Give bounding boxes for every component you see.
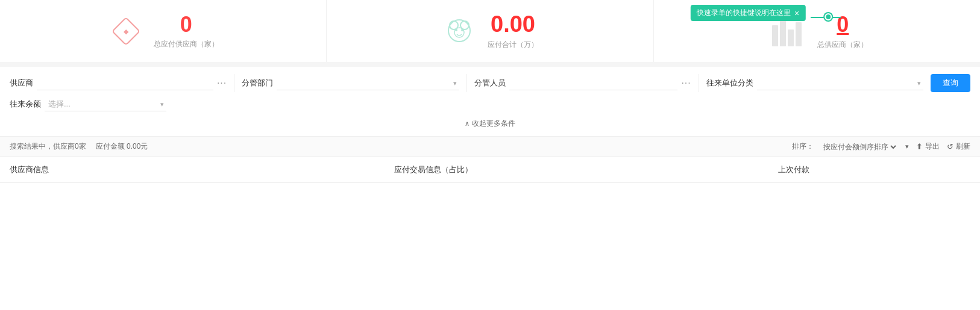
- svg-text:◆: ◆: [124, 28, 129, 35]
- collapse-chevron-icon: ∧: [465, 120, 470, 128]
- filter-section: 供应商 ··· 分管部门 ▾ 分管人员 ··· 往来单位分类: [0, 67, 980, 137]
- stat-panel-total-suppliers: 快速录单的快捷键说明在这里 × 0 总供应商（家）: [654, 0, 980, 62]
- balance-label: 往来余额: [10, 99, 41, 110]
- person-input[interactable]: [509, 76, 678, 90]
- total-suppliers-count: 0: [837, 12, 849, 37]
- balance-select-wrapper: 选择... ▾: [45, 97, 166, 111]
- supplier-dots-btn[interactable]: ···: [217, 78, 227, 88]
- sort-chevron-icon: ▾: [905, 143, 909, 150]
- payable-total-value: 0.00: [491, 12, 535, 37]
- table-col-last-payment: 上次付款: [778, 164, 970, 175]
- unit-category-select-wrapper: ▾: [757, 76, 923, 90]
- filter-balance: 往来余额 选择... ▾: [10, 97, 166, 111]
- export-icon: ⬆: [916, 142, 923, 151]
- result-left: 搜索结果中，供应商0家 应付金额 0.00元: [10, 141, 148, 152]
- department-select[interactable]: [277, 76, 459, 90]
- department-label: 分管部门: [242, 78, 273, 88]
- filter-row-2: 往来余额 选择... ▾: [10, 97, 970, 111]
- filter-unit-category: 往来单位分类 ▾: [706, 76, 923, 90]
- table-section: 供应商信息 应付交易信息（占比） 上次付款: [0, 157, 980, 310]
- supplier-label: 供应商: [10, 78, 33, 88]
- svg-point-7: [461, 29, 463, 31]
- result-bar: 搜索结果中，供应商0家 应付金额 0.00元 排序： 按应付会额倒序排序 ▾ ⬆…: [0, 137, 980, 157]
- unit-category-select[interactable]: [757, 76, 923, 90]
- table-body: [0, 183, 980, 310]
- stat-panel-payable-total: 0.00 应付合计（万）: [327, 0, 653, 62]
- department-select-wrapper: ▾: [277, 76, 459, 90]
- stat-text-payable-total: 0.00 应付合计（万）: [488, 12, 538, 50]
- result-right: 排序： 按应付会额倒序排序 ▾ ⬆ 导出 ↺ 刷新: [792, 141, 970, 152]
- export-button[interactable]: ⬆ 导出: [916, 141, 940, 152]
- stat-text-payable-suppliers: 0 总应付供应商（家）: [154, 13, 219, 49]
- payable-suppliers-count: 0: [180, 13, 192, 37]
- filter-department: 分管部门 ▾: [242, 76, 459, 90]
- sort-label: 排序：: [792, 141, 814, 152]
- unit-category-label: 往来单位分类: [706, 78, 753, 88]
- total-suppliers-label: 总供应商（家）: [817, 40, 868, 50]
- table-col-supplier-info: 供应商信息: [10, 164, 394, 175]
- payable-total-label: 应付合计（万）: [488, 40, 538, 50]
- collapse-label: 收起更多条件: [472, 119, 515, 129]
- divider-3: [699, 74, 699, 92]
- stat-panel-payable-suppliers: ◆ 0 总应付供应商（家）: [0, 0, 327, 62]
- divider-1: [234, 74, 234, 92]
- svg-point-2: [448, 20, 470, 42]
- refresh-button[interactable]: ↺ 刷新: [947, 141, 970, 152]
- filter-person: 分管人员 ···: [474, 76, 691, 90]
- payable-suppliers-label: 总应付供应商（家）: [154, 39, 219, 49]
- balance-select[interactable]: 选择...: [45, 97, 166, 111]
- refresh-label: 刷新: [956, 141, 970, 152]
- refresh-icon: ↺: [947, 142, 953, 151]
- table-header: 供应商信息 应付交易信息（占比） 上次付款: [0, 157, 980, 183]
- person-label: 分管人员: [474, 78, 506, 88]
- export-label: 导出: [925, 141, 940, 152]
- supplier-input[interactable]: [37, 76, 213, 90]
- tooltip-text: 快速录单的快捷键说明在这里: [697, 8, 791, 18]
- tooltip-close-btn[interactable]: ×: [794, 8, 799, 18]
- search-button[interactable]: 查询: [931, 74, 970, 92]
- filter-supplier: 供应商 ···: [10, 76, 227, 90]
- table-col-transaction-info: 应付交易信息（占比）: [394, 164, 779, 175]
- shortcut-tooltip: 快速录单的快捷键说明在这里 ×: [691, 5, 805, 21]
- supplier-count-text: 搜索结果中，供应商0家: [10, 141, 86, 152]
- person-dots-btn[interactable]: ···: [681, 78, 691, 88]
- filter-row-1: 供应商 ··· 分管部门 ▾ 分管人员 ··· 往来单位分类: [10, 74, 970, 92]
- diamond-icon: ◆: [108, 13, 144, 49]
- sort-select[interactable]: 按应付会额倒序排序: [821, 142, 898, 152]
- top-stats-section: ◆ 0 总应付供应商（家） 0.00 应付合计（万）: [0, 0, 980, 62]
- tooltip-dot: [825, 13, 832, 20]
- bear-icon: [442, 13, 478, 49]
- collapse-button[interactable]: ∧ 收起更多条件: [457, 116, 523, 131]
- amount-text: 应付金额 0.00元: [96, 141, 148, 152]
- svg-point-6: [455, 29, 457, 31]
- divider-2: [466, 74, 467, 92]
